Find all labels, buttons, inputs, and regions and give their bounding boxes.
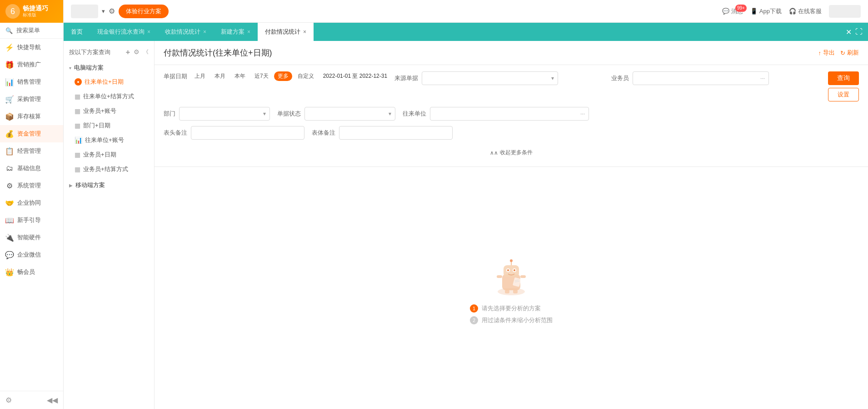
sidebar-item-system[interactable]: ⚙ 系统管理	[0, 177, 63, 194]
app-download-label: App下载	[759, 7, 782, 15]
filter-body-note-item: 表体备注	[312, 126, 453, 140]
dept-select[interactable]: ▾	[179, 107, 270, 121]
date-btn-this-year[interactable]: 本年	[231, 71, 249, 81]
schema-item-partner-account[interactable]: 📊 往来单位+账号	[64, 133, 154, 147]
plan-settings-icon[interactable]: ⚙	[134, 48, 140, 56]
marketing-icon: 🎁	[5, 61, 14, 69]
setting-btn[interactable]: 设置	[828, 88, 859, 101]
schema-group-mobile-title[interactable]: ▶ 移动端方案	[64, 178, 154, 192]
topbar: ▾ ⚙ 体验行业方案 💬 消息 99+ 📱 App下载 🎧 在线客服	[64, 0, 868, 23]
tab-bank-flow[interactable]: 现金银行流水查询 ×	[90, 23, 158, 41]
panel-collapse-icon[interactable]: 《	[143, 48, 149, 56]
sidebar-item-basic[interactable]: 🗂 基础信息	[0, 160, 63, 177]
salesman-ellipsis[interactable]: ···	[760, 75, 765, 81]
partner-ellipsis[interactable]: ···	[580, 111, 585, 117]
filter-header-note-item: 表头备注	[164, 126, 304, 140]
svg-point-5	[507, 269, 509, 271]
sidebar-item-inventory[interactable]: 📦 库存核算	[0, 108, 63, 125]
schema-item-dept-date[interactable]: ▦ 部门+日期	[64, 118, 154, 133]
user-avatar	[829, 5, 861, 18]
schema-item-salesman-date[interactable]: ▦ 业务员+日期	[64, 147, 154, 162]
sidebar-item-label: 采购管理	[17, 95, 41, 103]
schema-item-salesman-settle[interactable]: ▦ 业务员+结算方式	[64, 162, 154, 177]
partner-label: 往来单位	[403, 110, 426, 118]
header-note-input[interactable]	[191, 126, 304, 140]
date-btn-last-7-days[interactable]: 近7天	[251, 71, 272, 81]
status-select[interactable]: ▾	[304, 107, 395, 121]
hardware-icon: 🔌	[5, 233, 14, 242]
sidebar-item-label: 经营管理	[17, 147, 41, 155]
tab-expand-icon[interactable]: ⛶	[855, 28, 863, 36]
sidebar-item-quick-nav[interactable]: ⚡ 快捷导航	[0, 39, 63, 56]
salesman-select[interactable]: ···	[633, 71, 769, 85]
online-service-label: 在线客服	[798, 7, 822, 15]
tab-bank-flow-close[interactable]: ×	[147, 29, 150, 35]
collapse-bar[interactable]: ∧∧ 收起更多条件	[164, 145, 859, 160]
schema-item-label: 往来单位+日期	[85, 78, 124, 86]
online-service-btn[interactable]: 🎧 在线客服	[789, 7, 822, 15]
company-dropdown[interactable]: ▾	[102, 8, 105, 15]
partner-date-icon: ●	[75, 78, 82, 86]
messages-btn[interactable]: 💬 消息 99+	[722, 7, 743, 15]
search-menu[interactable]: 🔍 搜索菜单	[0, 23, 63, 39]
filter-status-item: 单据状态 ▾	[277, 107, 395, 121]
filter-date-item: 单据日期 上月 本月 本年 近7天 更多 自定义 2022-01-01 至 20…	[164, 71, 387, 81]
desktop-group-label: 电脑端方案	[74, 64, 104, 72]
trial-btn[interactable]: 体验行业方案	[119, 5, 169, 18]
svg-rect-10	[520, 275, 526, 278]
export-btn[interactable]: ↑ 导出	[818, 49, 835, 57]
body-note-input[interactable]	[339, 126, 453, 140]
filter-actions: 查询 设置	[828, 71, 859, 101]
sidebar-item-hardware[interactable]: 🔌 智能硬件	[0, 229, 63, 246]
schema-item-salesman-account[interactable]: ▦ 业务员+账号	[64, 104, 154, 118]
svg-rect-12	[513, 290, 518, 293]
topbar-gear-icon[interactable]: ⚙	[109, 7, 115, 15]
page-header-actions: ↑ 导出 ↻ 刷新	[818, 49, 859, 57]
tab-close-all-icon[interactable]: ✕	[846, 28, 852, 36]
tab-new-plan[interactable]: 新建方案 ×	[214, 23, 258, 41]
schema-item-partner-date[interactable]: ● 往来单位+日期	[64, 75, 154, 89]
sidebar-item-enterprise[interactable]: 🤝 企业协同	[0, 194, 63, 212]
sidebar-item-sales[interactable]: 📊 销售管理	[0, 73, 63, 91]
date-btn-this-month[interactable]: 本月	[211, 71, 229, 81]
tab-payment-stats[interactable]: 付款情况统计 ×	[258, 23, 314, 41]
sidebar-item-operation[interactable]: 📋 经营管理	[0, 142, 63, 160]
filter-salesman-item: 业务员 ···	[611, 71, 821, 85]
source-select[interactable]: ▾	[422, 71, 558, 85]
tab-receipt-stats-close[interactable]: ×	[203, 29, 206, 35]
tab-receipt-stats[interactable]: 收款情况统计 ×	[158, 23, 214, 41]
sidebar-item-member[interactable]: 👑 畅会员	[0, 263, 63, 281]
app-download-btn[interactable]: 📱 App下载	[750, 7, 782, 15]
sidebar-item-label: 企业微信	[17, 251, 41, 259]
operation-icon: 📋	[5, 147, 14, 155]
tab-receipt-stats-label: 收款情况统计	[165, 28, 200, 36]
filter-row-2: 部门 ▾ 单据状态 ▾ 往来单位	[164, 107, 859, 121]
sidebar-item-finance[interactable]: 💰 资金管理	[0, 125, 63, 142]
sidebar-item-purchase[interactable]: 🛒 采购管理	[0, 91, 63, 108]
date-btn-more[interactable]: 更多	[274, 71, 292, 81]
footer-collapse-icon[interactable]: ◀◀	[47, 396, 58, 404]
sidebar-item-guide[interactable]: 📖 新手引导	[0, 212, 63, 229]
filter-row-1: 单据日期 上月 本月 本年 近7天 更多 自定义 2022-01-01 至 20…	[164, 71, 859, 101]
tab-payment-stats-close[interactable]: ×	[303, 29, 306, 35]
message-icon: 💬	[722, 8, 729, 15]
refresh-btn[interactable]: ↻ 刷新	[840, 49, 859, 57]
dept-select-arrow: ▾	[263, 111, 266, 117]
add-plan-icon[interactable]: +	[126, 48, 130, 56]
tab-new-plan-close[interactable]: ×	[247, 29, 250, 35]
service-icon: 🎧	[789, 8, 796, 15]
sidebar-item-marketing[interactable]: 🎁 营销推广	[0, 56, 63, 73]
schema-group-desktop: ▾ 电脑端方案 ● 往来单位+日期 ▦ 往来单位+结算方式 ▦ 业务员+账号 ▦	[64, 61, 154, 177]
query-btn[interactable]: 查询	[828, 71, 859, 85]
date-btn-last-month[interactable]: 上月	[191, 71, 209, 81]
sidebar-item-wechat[interactable]: 💬 企业微信	[0, 246, 63, 263]
date-btn-custom[interactable]: 自定义	[294, 71, 318, 81]
page-header: 付款情况统计(往来单位+日期) ↑ 导出 ↻ 刷新	[155, 41, 868, 65]
footer-settings-icon[interactable]: ⚙	[5, 396, 12, 404]
schema-group-desktop-title[interactable]: ▾ 电脑端方案	[64, 61, 154, 75]
tab-home[interactable]: 首页	[64, 23, 90, 41]
partner-select[interactable]: ···	[430, 107, 589, 121]
sidebar-item-label: 新手引导	[17, 216, 41, 224]
topbar-left: ▾ ⚙ 体验行业方案	[71, 5, 717, 18]
schema-item-partner-settle[interactable]: ▦ 往来单位+结算方式	[64, 89, 154, 104]
